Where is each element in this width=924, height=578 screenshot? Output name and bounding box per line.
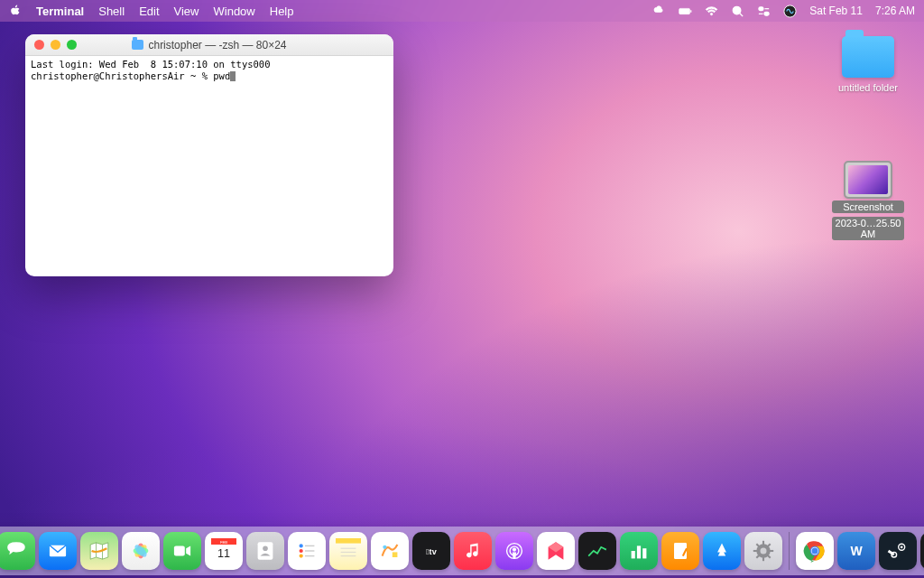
terminal-titlebar[interactable]: christopher — -zsh — 80×24: [25, 34, 393, 56]
dock-chrome[interactable]: [796, 532, 834, 570]
dock-steam[interactable]: [879, 532, 917, 570]
desktop-screenshot[interactable]: Screenshot 2023-0…25.50 AM: [832, 163, 904, 240]
svg-point-36: [300, 555, 303, 558]
svg-point-73: [901, 545, 903, 548]
dock-freeform[interactable]: [371, 532, 409, 570]
svg-rect-45: [393, 552, 398, 557]
screenshot-thumb: [845, 163, 891, 197]
dock-calendar[interactable]: FEB11: [205, 532, 243, 570]
menu-date[interactable]: Sat Feb 11: [809, 5, 863, 17]
minimize-button[interactable]: [51, 40, 60, 50]
dock-reminders[interactable]: [288, 532, 326, 570]
dock-news[interactable]: [537, 532, 575, 570]
folder-icon: [132, 40, 143, 50]
desktop-folder[interactable]: untitled folder: [832, 36, 904, 94]
battery-icon[interactable]: [679, 5, 692, 18]
svg-rect-40: [336, 538, 361, 544]
dock-terminal-app[interactable]: >_: [920, 532, 924, 570]
dock-mail[interactable]: [39, 532, 77, 570]
wifi-icon[interactable]: [705, 5, 718, 18]
svg-rect-53: [637, 545, 641, 558]
desktop-screenshot-label-2: 2023-0…25.50 AM: [832, 217, 904, 240]
window-title: christopher — -zsh — 80×24: [148, 39, 286, 51]
dock-word[interactable]: W: [837, 532, 875, 570]
desktop-folder-label: untitled folder: [832, 81, 904, 94]
svg-rect-1: [680, 9, 686, 13]
apple-logo-icon[interactable]: [9, 5, 22, 17]
menu-help[interactable]: Help: [270, 5, 294, 18]
menu-shell[interactable]: Shell: [98, 5, 125, 18]
dock-podcasts[interactable]: [495, 532, 533, 570]
svg-point-34: [300, 544, 303, 547]
svg-rect-2: [690, 10, 691, 13]
svg-line-63: [768, 555, 771, 558]
dock-messages[interactable]: [0, 532, 35, 570]
dock-music[interactable]: [454, 532, 492, 570]
svg-line-64: [768, 544, 771, 546]
siri-icon[interactable]: [783, 5, 797, 18]
dock-pages[interactable]: [661, 532, 699, 570]
svg-text:FEB: FEB: [220, 540, 227, 545]
svg-rect-6: [764, 12, 769, 15]
terminal-window[interactable]: christopher — -zsh — 80×24 Last login: W…: [25, 34, 393, 276]
menu-edit[interactable]: Edit: [139, 5, 159, 18]
spotlight-icon[interactable]: [731, 5, 744, 18]
weather-menu-icon[interactable]: [652, 5, 666, 18]
svg-rect-27: [174, 545, 185, 555]
desktop[interactable]: Terminal Shell Edit View Window Help Sat…: [0, 0, 924, 578]
svg-rect-54: [642, 548, 646, 558]
dock: FEB11tvW>_: [0, 527, 924, 575]
svg-point-71: [889, 542, 908, 561]
dock-separator: [789, 532, 790, 570]
svg-rect-52: [632, 551, 635, 558]
svg-point-49: [513, 548, 516, 552]
folder-icon: [842, 36, 894, 78]
svg-text:tv: tv: [426, 547, 437, 556]
dock-numbers[interactable]: [620, 532, 658, 570]
close-button[interactable]: [34, 40, 44, 50]
dock-facetime[interactable]: [163, 532, 201, 570]
dock-settings[interactable]: [744, 532, 782, 570]
dock-maps[interactable]: [80, 532, 118, 570]
dock-stocks[interactable]: [578, 532, 616, 570]
dock-appstore[interactable]: [703, 532, 741, 570]
svg-text:11: 11: [217, 547, 230, 560]
dock-tv[interactable]: tv: [412, 532, 450, 570]
menu-app-name[interactable]: Terminal: [36, 5, 84, 18]
terminal-cursor: [230, 71, 236, 81]
svg-line-4: [740, 13, 743, 15]
dock-notes[interactable]: [329, 532, 367, 570]
svg-point-33: [263, 545, 268, 551]
terminal-command: pwd: [213, 70, 230, 81]
terminal-body[interactable]: Last login: Wed Feb 8 15:07:10 on ttys00…: [25, 56, 393, 276]
dock-contacts[interactable]: [246, 532, 284, 570]
menu-time[interactable]: 7:26 AM: [875, 5, 915, 17]
menu-bar: Terminal Shell Edit View Window Help Sat…: [0, 0, 924, 22]
terminal-prompt: christopher@ChristophersAir ~ %: [31, 70, 213, 81]
zoom-button[interactable]: [67, 40, 77, 50]
terminal-last-login: Last login: Wed Feb 8 15:07:10 on ttys00…: [31, 59, 271, 70]
svg-point-35: [300, 549, 303, 553]
control-center-icon[interactable]: [757, 5, 771, 18]
svg-point-3: [734, 6, 741, 14]
menu-view[interactable]: View: [174, 5, 199, 18]
menu-window[interactable]: Window: [214, 5, 255, 18]
svg-marker-28: [186, 545, 190, 555]
svg-line-62: [756, 544, 759, 546]
svg-point-57: [761, 548, 767, 555]
svg-point-44: [383, 545, 386, 549]
svg-text:W: W: [850, 544, 863, 558]
svg-line-65: [756, 555, 759, 558]
svg-rect-5: [759, 6, 763, 10]
dock-photos[interactable]: [122, 532, 160, 570]
svg-point-69: [812, 548, 818, 555]
desktop-screenshot-label-1: Screenshot: [832, 200, 904, 213]
